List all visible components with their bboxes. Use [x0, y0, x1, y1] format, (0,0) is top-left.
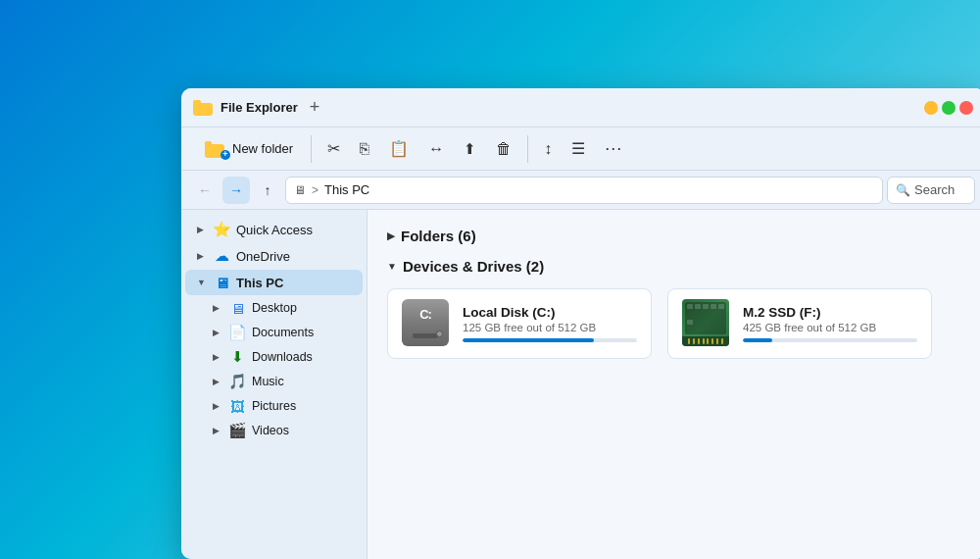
view-button[interactable]: ☰	[564, 135, 593, 162]
documents-icon: 📄	[228, 324, 246, 341]
sidebar-sub-item-downloads[interactable]: ▶ ⬇ Downloads	[185, 345, 363, 369]
main-content: ▶ ⭐ Quick Access ▶ ☁ OneDrive ▼ 🖥 This P…	[181, 210, 980, 559]
drives-section-header[interactable]: ▼ Devices & Drives (2)	[387, 250, 965, 280]
drive-c-progress-bg	[463, 338, 637, 342]
chevron-right-icon-music: ▶	[213, 377, 222, 386]
cut-button[interactable]: ✂	[319, 135, 348, 162]
documents-label: Documents	[252, 326, 353, 339]
drives-chevron-icon: ▼	[387, 261, 397, 272]
share-icon: ⬆	[464, 140, 476, 158]
chevron-right-icon-pic: ▶	[213, 401, 222, 411]
add-tab-button[interactable]: +	[310, 97, 320, 118]
maximize-button[interactable]	[942, 101, 956, 115]
paste-icon: 📋	[389, 139, 409, 158]
view-icon: ☰	[571, 139, 585, 158]
chevron-right-icon-dl: ▶	[213, 352, 222, 362]
app-title: File Explorer	[220, 100, 298, 115]
videos-label: Videos	[252, 424, 353, 437]
drive-f-progress-bg	[743, 338, 917, 342]
up-icon: ↑	[265, 182, 271, 198]
new-folder-button[interactable]: + New folder	[195, 135, 303, 163]
more-button[interactable]: ···	[597, 134, 630, 163]
pictures-label: Pictures	[252, 399, 353, 413]
folder-body	[193, 103, 213, 116]
forward-icon: →	[229, 182, 243, 198]
navigation-bar: ← → ↑ 🖥 > This PC 🔍 Search	[181, 171, 980, 210]
drive-c-progress-fill	[463, 338, 594, 342]
sidebar-item-this-pc[interactable]: ▼ 🖥 This PC	[185, 270, 363, 295]
sidebar-sub-item-documents[interactable]: ▶ 📄 Documents	[185, 321, 363, 344]
sidebar-sub-item-desktop[interactable]: ▶ 🖥 Desktop	[185, 296, 363, 320]
up-button[interactable]: ↑	[254, 177, 281, 204]
folders-chevron-icon: ▶	[387, 230, 395, 241]
forward-button[interactable]: →	[222, 177, 250, 204]
music-icon: 🎵	[228, 373, 246, 390]
this-pc-icon: 🖥	[213, 274, 230, 291]
chevron-right-icon-doc: ▶	[213, 328, 222, 337]
address-text: This PC	[324, 182, 369, 197]
drive-f-space: 425 GB free out of 512 GB	[743, 322, 917, 333]
sidebar-sub-item-music[interactable]: ▶ 🎵 Music	[185, 370, 363, 393]
search-bar[interactable]: 🔍 Search	[887, 177, 975, 204]
delete-button[interactable]: 🗑	[488, 136, 519, 162]
ssd-icon	[682, 299, 731, 348]
more-icon: ···	[605, 138, 622, 159]
minimize-button[interactable]	[924, 101, 938, 115]
onedrive-icon: ☁	[213, 247, 230, 265]
hdd-icon: C:	[402, 299, 451, 348]
chevron-right-icon-od: ▶	[197, 251, 207, 261]
cut-icon: ✂	[327, 139, 340, 158]
address-bar[interactable]: 🖥 > This PC	[285, 177, 883, 204]
rename-button[interactable]: ↔	[420, 136, 452, 162]
drive-f-progress-fill	[743, 338, 772, 342]
window-controls	[924, 101, 973, 115]
sidebar: ▶ ⭐ Quick Access ▶ ☁ OneDrive ▼ 🖥 This P…	[181, 210, 368, 559]
back-icon: ←	[198, 182, 212, 198]
drives-grid: C: Local Disk (C:) 125 GB free out of 51…	[387, 280, 965, 367]
drives-header-label: Devices & Drives (2)	[403, 258, 544, 275]
toolbar: + New folder ✂ ⎘ 📋 ↔ ⬆ 🗑 ↕ ☰ ··	[181, 127, 980, 171]
onedrive-label: OneDrive	[236, 249, 353, 264]
new-folder-label: New folder	[232, 141, 293, 156]
app-icon	[193, 100, 213, 116]
copy-button[interactable]: ⎘	[352, 136, 377, 162]
sidebar-item-onedrive[interactable]: ▶ ☁ OneDrive	[185, 243, 363, 269]
downloads-icon: ⬇	[228, 348, 246, 366]
close-button[interactable]	[959, 101, 973, 115]
sidebar-item-quick-access[interactable]: ▶ ⭐ Quick Access	[185, 217, 363, 242]
drive-f-info: M.2 SSD (F:) 425 GB free out of 512 GB	[743, 305, 917, 342]
folders-section-header[interactable]: ▶ Folders (6)	[387, 220, 965, 250]
back-button[interactable]: ←	[191, 177, 219, 204]
pictures-icon: 🖼	[228, 397, 246, 415]
sidebar-sub-item-pictures[interactable]: ▶ 🖼 Pictures	[185, 394, 363, 418]
sidebar-sub-item-videos[interactable]: ▶ 🎬 Videos	[185, 419, 363, 442]
search-label: Search	[914, 182, 955, 197]
folders-header-label: Folders (6)	[401, 228, 476, 244]
toolbar-divider-1	[311, 135, 312, 163]
title-bar: File Explorer +	[181, 88, 980, 127]
drive-f-name: M.2 SSD (F:)	[743, 305, 917, 320]
file-explorer-window: File Explorer + + New folder ✂ ⎘ 📋	[181, 88, 980, 559]
content-panel: ▶ Folders (6) ▼ Devices & Drives (2) C:	[368, 210, 980, 559]
drive-c-name: Local Disk (C:)	[463, 305, 637, 320]
drive-card-f[interactable]: M.2 SSD (F:) 425 GB free out of 512 GB	[667, 288, 932, 359]
chevron-right-icon: ▶	[197, 225, 207, 234]
sort-button[interactable]: ↕	[536, 136, 560, 162]
delete-icon: 🗑	[496, 140, 512, 158]
desktop-label: Desktop	[252, 301, 353, 315]
rename-icon: ↔	[428, 140, 444, 158]
toolbar-divider-2	[527, 135, 528, 163]
search-icon: 🔍	[896, 183, 910, 197]
music-label: Music	[252, 375, 353, 388]
copy-icon: ⎘	[360, 140, 369, 158]
quick-access-label: Quick Access	[236, 223, 353, 237]
paste-button[interactable]: 📋	[381, 135, 416, 162]
share-button[interactable]: ⬆	[456, 136, 484, 162]
address-separator: >	[312, 183, 318, 197]
downloads-label: Downloads	[252, 350, 353, 364]
drive-c-info: Local Disk (C:) 125 GB free out of 512 G…	[463, 305, 637, 342]
chevron-right-icon-vid: ▶	[213, 426, 222, 435]
drive-card-c[interactable]: C: Local Disk (C:) 125 GB free out of 51…	[387, 288, 652, 359]
drive-c-space: 125 GB free out of 512 GB	[463, 322, 637, 333]
quick-access-icon: ⭐	[213, 221, 230, 238]
